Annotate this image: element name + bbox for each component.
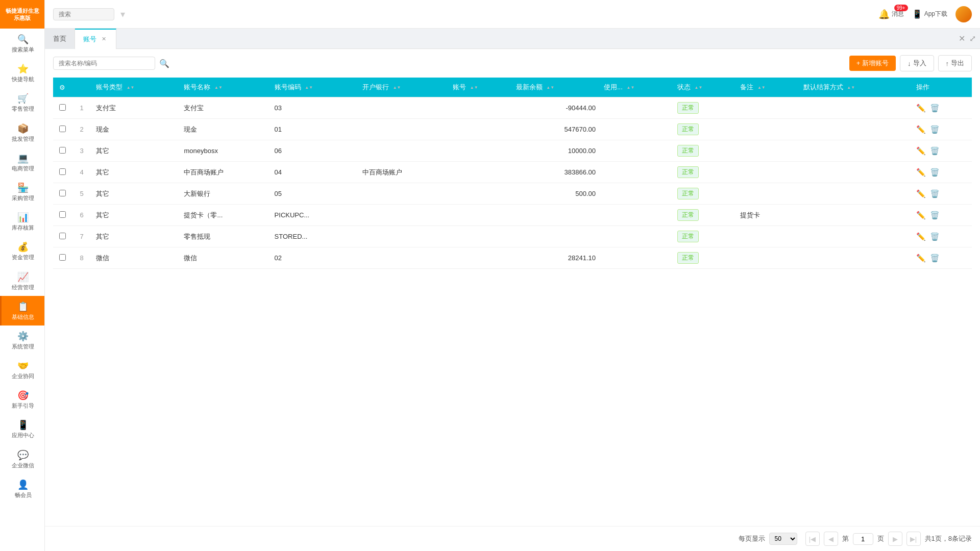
next-page-button[interactable]: ▶ [888, 532, 902, 546]
th-account-code[interactable]: 账号编码 ▲▼ [271, 78, 358, 97]
row-balance: 28241.10 [512, 247, 600, 269]
row-bank [358, 205, 449, 226]
dropdown-icon[interactable]: ▾ [120, 9, 125, 20]
row-balance: 10000.00 [512, 140, 600, 162]
avatar[interactable] [955, 6, 972, 22]
enterprise-wechat-label: 企业微信 [12, 462, 34, 469]
page-size-select[interactable]: 50 10 20 100 [769, 533, 797, 545]
table-row: 7 其它 零售抵现 STORED... 正常 ✏️ 🗑️ [53, 226, 972, 247]
edit-icon[interactable]: ✏️ [916, 125, 926, 134]
sort-usage: ▲▼ [626, 86, 634, 90]
row-checkbox[interactable] [53, 205, 71, 226]
basic-info-icon: 📋 [17, 301, 29, 312]
tab-account-close[interactable]: ✕ [100, 35, 108, 43]
table-row: 4 其它 中百商场账户 04 中百商场账户 383866.00 正常 ✏️ 🗑️ [53, 162, 972, 183]
export-button[interactable]: ↑ 导出 [938, 55, 972, 71]
sort-settlement: ▲▼ [847, 86, 855, 90]
sidebar-item-new-guide[interactable]: 🎯 新手引导 [0, 385, 44, 414]
tab-bar-right: ✕ ⤢ [116, 34, 980, 43]
app-download-button[interactable]: 📱 App下载 [912, 9, 947, 19]
th-settings[interactable]: ⚙ [53, 78, 71, 97]
edit-icon[interactable]: ✏️ [916, 232, 926, 241]
delete-icon[interactable]: 🗑️ [930, 125, 940, 134]
sidebar-item-member[interactable]: 👤 畅会员 [0, 474, 44, 504]
top-search-input[interactable] [53, 8, 114, 20]
retail-mgmt-label: 零售管理 [12, 106, 34, 112]
sidebar-item-app-center[interactable]: 📱 应用中心 [0, 414, 44, 444]
sidebar-item-enterprise-wechat[interactable]: 💬 企业微信 [0, 444, 44, 474]
th-remark[interactable]: 备注 ▲▼ [736, 78, 799, 97]
delete-icon[interactable]: 🗑️ [930, 211, 940, 220]
row-checkbox[interactable] [53, 183, 71, 205]
th-default-settlement[interactable]: 默认结算方式 ▲▼ [799, 78, 912, 97]
th-bank[interactable]: 开户银行 ▲▼ [358, 78, 449, 97]
row-account-type: 其它 [92, 162, 180, 183]
sidebar-item-inventory-mgmt[interactable]: 📊 库存核算 [0, 207, 44, 236]
tab-home[interactable]: 首页 [45, 29, 75, 49]
row-checkbox[interactable] [53, 140, 71, 162]
edit-icon[interactable]: ✏️ [916, 189, 926, 198]
row-account-no [449, 226, 511, 247]
edit-icon[interactable]: ✏️ [916, 146, 926, 156]
sidebar-item-ecommerce-mgmt[interactable]: 💻 电商管理 [0, 147, 44, 177]
search-menu-label: 搜索菜单 [12, 46, 34, 53]
edit-icon[interactable]: ✏️ [916, 168, 926, 177]
row-account-name: 提货卡（零... [180, 205, 270, 226]
page-input[interactable] [853, 533, 873, 545]
th-account-name[interactable]: 账号名称 ▲▼ [180, 78, 270, 97]
sidebar-item-quick-nav[interactable]: ⭐ 快捷导航 [0, 58, 44, 88]
row-status: 正常 [673, 97, 736, 119]
edit-icon[interactable]: ✏️ [916, 211, 926, 220]
sidebar-item-enterprise-agreement[interactable]: 🤝 企业协同 [0, 355, 44, 385]
search-input[interactable] [53, 57, 155, 70]
messages-button[interactable]: 🔔 消息 99+ [878, 9, 904, 20]
wholesale-mgmt-label: 批发管理 [12, 136, 34, 142]
first-page-button[interactable]: |◀ [805, 532, 820, 546]
messages-badge: 99+ [894, 5, 908, 11]
row-bank [358, 183, 449, 205]
sidebar-item-system-mgmt[interactable]: ⚙️ 系统管理 [0, 325, 44, 355]
th-account-no[interactable]: 账号 ▲▼ [449, 78, 511, 97]
main-area: ▾ 🔔 消息 99+ 📱 App下载 首页 账号 ✕ ✕ ⤢ [45, 0, 980, 551]
delete-icon[interactable]: 🗑️ [930, 168, 940, 177]
edit-icon[interactable]: ✏️ [916, 254, 926, 263]
sidebar-menu: 🔍 搜索菜单 ⭐ 快捷导航 🛒 零售管理 📦 批发管理 💻 电商管理 🏪 采购管… [0, 29, 44, 551]
sidebar-item-finance-mgmt[interactable]: 💰 资金管理 [0, 236, 44, 266]
row-settlement [799, 205, 912, 226]
delete-icon[interactable]: 🗑️ [930, 104, 940, 113]
delete-icon[interactable]: 🗑️ [930, 254, 940, 263]
delete-icon[interactable]: 🗑️ [930, 232, 940, 241]
row-account-type: 现金 [92, 119, 180, 140]
app-center-label: 应用中心 [12, 432, 34, 439]
sidebar-item-retail-mgmt[interactable]: 🛒 零售管理 [0, 88, 44, 117]
th-usage[interactable]: 使用... ▲▼ [600, 78, 673, 97]
sidebar-item-search-menu[interactable]: 🔍 搜索菜单 [0, 29, 44, 58]
tab-account[interactable]: 账号 ✕ [75, 29, 116, 49]
last-page-button[interactable]: ▶| [906, 532, 921, 546]
delete-icon[interactable]: 🗑️ [930, 189, 940, 198]
th-account-type[interactable]: 账号类型 ▲▼ [92, 78, 180, 97]
import-button[interactable]: ↓ 导入 [900, 55, 934, 71]
prev-page-button[interactable]: ◀ [824, 532, 838, 546]
sidebar-item-wholesale-mgmt[interactable]: 📦 批发管理 [0, 118, 44, 147]
edit-icon[interactable]: ✏️ [916, 104, 926, 113]
sidebar-item-purchase-mgmt[interactable]: 🏪 采购管理 [0, 177, 44, 207]
sidebar-item-operations-mgmt[interactable]: 📈 经营管理 [0, 266, 44, 296]
expand-icon[interactable]: ⤢ [969, 34, 976, 43]
action-buttons: + 新增账号 ↓ 导入 ↑ 导出 [849, 55, 972, 71]
sidebar-item-basic-info[interactable]: 📋 基础信息 [0, 296, 44, 325]
row-checkbox[interactable] [53, 97, 71, 119]
page-header: 🔍 + 新增账号 ↓ 导入 ↑ 导出 [45, 49, 980, 78]
delete-icon[interactable]: 🗑️ [930, 146, 940, 156]
search-button[interactable]: 🔍 [159, 59, 169, 68]
row-checkbox[interactable] [53, 226, 71, 247]
row-settlement [799, 226, 912, 247]
add-account-button[interactable]: + 新增账号 [849, 56, 896, 71]
th-status[interactable]: 状态 ▲▼ [673, 78, 736, 97]
row-checkbox[interactable] [53, 119, 71, 140]
th-balance[interactable]: 最新余额 ▲▼ [512, 78, 600, 97]
close-window-icon[interactable]: ✕ [959, 34, 965, 43]
quick-nav-icon: ⭐ [17, 63, 29, 74]
row-checkbox[interactable] [53, 247, 71, 269]
row-checkbox[interactable] [53, 162, 71, 183]
